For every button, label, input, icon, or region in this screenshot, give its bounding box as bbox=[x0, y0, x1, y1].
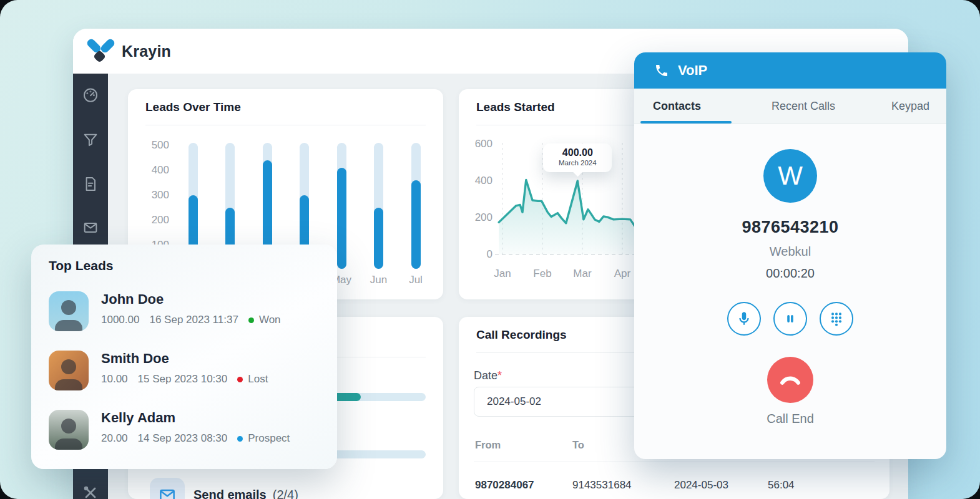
bar bbox=[411, 180, 421, 269]
lead-name: Kelly Adam bbox=[101, 410, 175, 426]
lead-datetime: 15 Sep 2023 10:30 bbox=[138, 373, 228, 385]
call-controls bbox=[634, 302, 946, 336]
hold-button[interactable] bbox=[773, 302, 807, 336]
pause-icon bbox=[782, 311, 798, 327]
voip-tabs: Contacts Recent Calls Keypad bbox=[634, 89, 946, 124]
top-leads-card: Top Leads John Doe 1000.00 16 Sep 2023 1… bbox=[31, 245, 337, 469]
tab-contacts[interactable]: Contacts bbox=[653, 100, 701, 113]
dialpad-icon bbox=[828, 311, 845, 327]
tooltip-value: 400.00 bbox=[543, 147, 612, 158]
y-axis-tick: 300 bbox=[140, 189, 169, 201]
status-badge: Prospect bbox=[248, 432, 290, 445]
caller-number: 9876543210 bbox=[634, 218, 946, 237]
x-axis-label: Feb bbox=[527, 268, 557, 280]
krayin-logo-icon bbox=[86, 38, 115, 64]
chart-tooltip: 400.00 March 2024 bbox=[543, 143, 612, 172]
status-badge: Lost bbox=[248, 373, 268, 385]
lead-name: John Doe bbox=[101, 291, 164, 308]
table-divider bbox=[474, 462, 875, 462]
lead-details: 1000.00 16 Sep 2023 11:37 Won bbox=[101, 314, 281, 326]
status-badge: Won bbox=[259, 314, 281, 326]
caller-name: Webkul bbox=[634, 245, 946, 259]
tooltip-label: March 2024 bbox=[543, 159, 612, 167]
voip-call-screen: W 9876543210 Webkul 00:00:20 Call End bbox=[634, 124, 946, 459]
lead-datetime: 14 Sep 2023 08:30 bbox=[138, 432, 228, 445]
lead-item-john-doe[interactable]: John Doe 1000.00 16 Sep 2023 11:37 Won bbox=[49, 291, 325, 331]
top-leads-title: Top Leads bbox=[49, 258, 113, 273]
call-timer: 00:00:20 bbox=[634, 266, 946, 281]
status-dot bbox=[237, 377, 243, 382]
status-dot bbox=[248, 317, 254, 323]
activity-label: Send emails bbox=[194, 488, 267, 499]
column-header-to: To bbox=[572, 439, 584, 451]
voip-header: VoIP bbox=[634, 52, 946, 89]
phone-icon bbox=[654, 63, 669, 78]
filter-icon[interactable] bbox=[82, 131, 99, 148]
tools-icon[interactable] bbox=[82, 484, 99, 499]
microphone-icon bbox=[736, 311, 752, 327]
tab-recent-calls[interactable]: Recent Calls bbox=[772, 100, 835, 113]
send-emails-icon bbox=[150, 478, 185, 499]
page-background: Krayin Leads Over Time bbox=[0, 0, 980, 499]
x-axis-label: Jul bbox=[401, 274, 431, 286]
lead-item-kelly-adam[interactable]: Kelly Adam 20.00 14 Sep 2023 08:30 Prosp… bbox=[49, 410, 325, 450]
activity-item-send-emails[interactable]: Send emails(2/4) bbox=[194, 488, 298, 499]
lead-amount: 1000.00 bbox=[101, 314, 139, 326]
lead-details: 10.00 15 Sep 2023 10:30 Lost bbox=[101, 373, 268, 385]
cell-from: 9870284067 bbox=[475, 479, 534, 492]
x-axis-label: Jan bbox=[488, 268, 517, 280]
avatar bbox=[49, 351, 89, 390]
bar bbox=[337, 168, 346, 269]
x-axis-label: Apr bbox=[607, 268, 637, 280]
bar bbox=[374, 208, 383, 269]
active-tab-indicator bbox=[640, 121, 732, 124]
tab-keypad[interactable]: Keypad bbox=[891, 100, 929, 113]
voip-title: VoIP bbox=[678, 62, 707, 79]
y-axis-tick: 400 bbox=[140, 164, 169, 177]
dialpad-button[interactable] bbox=[820, 302, 853, 336]
mail-icon[interactable] bbox=[82, 219, 99, 236]
y-axis-tick: 500 bbox=[140, 139, 169, 152]
cell-date: 2024-05-03 bbox=[674, 479, 728, 492]
lead-amount: 20.00 bbox=[101, 432, 128, 445]
call-recordings-title: Call Recordings bbox=[476, 328, 567, 342]
lead-amount: 10.00 bbox=[101, 373, 128, 385]
call-end-icon bbox=[778, 367, 803, 392]
cell-duration: 56:04 bbox=[768, 479, 795, 492]
voip-panel: VoIP Contacts Recent Calls Keypad W 9876… bbox=[634, 52, 946, 459]
lead-datetime: 16 Sep 2023 11:37 bbox=[149, 314, 238, 326]
y-axis-tick: 600 bbox=[464, 138, 492, 150]
y-axis-tick: 400 bbox=[464, 175, 492, 187]
microphone-button[interactable] bbox=[727, 302, 761, 336]
call-end-button[interactable] bbox=[767, 357, 813, 403]
required-asterisk: * bbox=[497, 369, 502, 382]
date-field-label: Date* bbox=[474, 369, 502, 382]
lead-name: Smith Doe bbox=[101, 351, 169, 367]
cell-to: 9143531684 bbox=[572, 479, 632, 492]
status-dot bbox=[237, 436, 243, 442]
x-axis-label: Jun bbox=[364, 274, 394, 286]
document-icon[interactable] bbox=[82, 175, 99, 193]
lead-item-smith-doe[interactable]: Smith Doe 10.00 15 Sep 2023 10:30 Lost bbox=[49, 351, 325, 390]
y-axis-tick: 0 bbox=[464, 248, 492, 261]
x-axis-label: Mar bbox=[567, 268, 597, 280]
y-axis-tick: 200 bbox=[140, 214, 169, 226]
dashboard-icon[interactable] bbox=[82, 86, 99, 104]
column-header-from: From bbox=[475, 439, 501, 451]
y-axis-tick: 200 bbox=[464, 211, 492, 224]
app-title: Krayin bbox=[122, 42, 171, 61]
call-end-label: Call End bbox=[634, 412, 946, 426]
lead-details: 20.00 14 Sep 2023 08:30 Prospect bbox=[101, 432, 290, 445]
activity-count: (2/4) bbox=[273, 488, 298, 499]
avatar bbox=[49, 291, 89, 331]
caller-avatar: W bbox=[763, 149, 817, 203]
avatar bbox=[49, 410, 89, 450]
